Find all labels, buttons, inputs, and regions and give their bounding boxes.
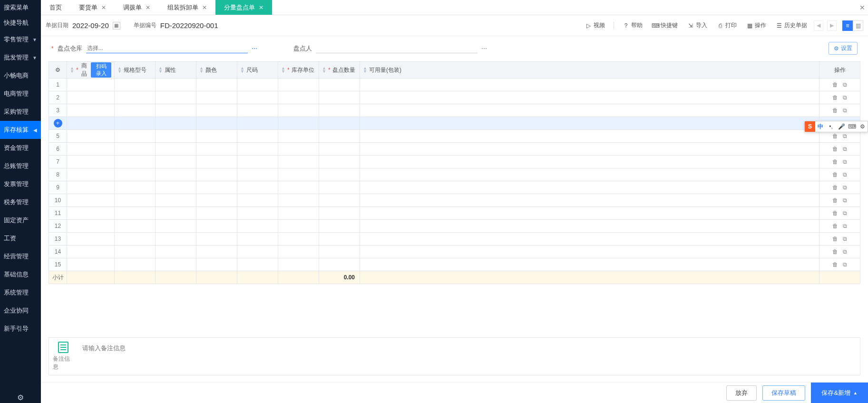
tab-yaohuodan[interactable]: 要货单✕ <box>70 0 115 15</box>
add-row-button[interactable]: + <box>54 119 62 128</box>
next-doc[interactable]: ▶ <box>827 20 837 31</box>
scan-tag[interactable]: 扫码录入 <box>91 62 111 78</box>
save-new-button[interactable]: 保存&新增▲ <box>811 383 868 403</box>
sidebar-basic-info[interactable]: 基础信息 <box>0 265 41 284</box>
sort-icon[interactable]: ▲▼ <box>117 67 122 73</box>
sidebar-fixed-asset[interactable]: 固定资产 <box>0 211 41 229</box>
copy-row-icon[interactable]: ⧉ <box>843 81 847 88</box>
sidebar-business[interactable]: 经营管理 <box>0 247 41 265</box>
import-link[interactable]: ⇲导入 <box>684 21 710 29</box>
discard-button[interactable]: 放弃 <box>726 385 757 401</box>
table-row[interactable]: 6🗑⧉ <box>49 143 860 156</box>
view-grid[interactable]: ▥ <box>853 20 863 31</box>
table-row[interactable]: 7🗑⧉ <box>49 156 860 168</box>
close-icon[interactable]: ✕ <box>259 4 263 11</box>
sidebar-finance[interactable]: 资金管理 <box>0 139 41 157</box>
delete-row-icon[interactable]: 🗑 <box>832 236 838 242</box>
close-icon[interactable]: ✕ <box>101 4 106 11</box>
sidebar-tax[interactable]: 税务管理 <box>0 193 41 211</box>
delete-row-icon[interactable]: 🗑 <box>832 94 838 101</box>
product-cell-input[interactable] <box>67 117 114 129</box>
sidebar-xiaochang[interactable]: 小畅电商 <box>0 67 41 85</box>
table-row[interactable]: 8🗑⧉ <box>49 168 860 181</box>
sort-icon[interactable]: ▲▼ <box>281 67 285 73</box>
copy-row-icon[interactable]: ⧉ <box>843 184 847 191</box>
copy-row-icon[interactable]: ⧉ <box>843 158 847 165</box>
table-row[interactable]: 13🗑⧉ <box>49 233 860 246</box>
tab-zuzhuangchaixie[interactable]: 组装拆卸单✕ <box>159 0 215 15</box>
sidebar-guide[interactable]: 新手引导 <box>0 320 41 338</box>
sidebar-ecommerce[interactable]: 电商管理 <box>0 85 41 103</box>
copy-row-icon[interactable]: ⧉ <box>843 223 847 229</box>
delete-row-icon[interactable]: 🗑 <box>832 223 838 229</box>
copy-row-icon[interactable]: ⧉ <box>843 261 847 268</box>
delete-row-icon[interactable]: 🗑 <box>832 146 838 152</box>
sort-icon[interactable]: ▲▼ <box>240 67 244 73</box>
help-link[interactable]: ?帮助 <box>620 21 645 29</box>
gear-col[interactable]: ⚙ <box>49 62 67 79</box>
sidebar-collab[interactable]: 企业协同 <box>0 302 41 320</box>
history-link[interactable]: ☰历史单据 <box>773 21 810 29</box>
table-row[interactable]: +🗑⧉ <box>49 117 860 130</box>
sidebar-retail[interactable]: 零售管理▼ <box>0 30 41 49</box>
warehouse-picker[interactable]: ⋯ <box>252 45 257 52</box>
table-row[interactable]: 1🗑⧉ <box>49 79 860 91</box>
table-row[interactable]: 10🗑⧉ <box>49 194 860 207</box>
delete-row-icon[interactable]: 🗑 <box>832 184 838 191</box>
prev-doc[interactable]: ◀ <box>814 20 823 31</box>
sort-icon[interactable]: ▲▼ <box>363 67 367 73</box>
delete-row-icon[interactable]: 🗑 <box>832 107 838 114</box>
copy-row-icon[interactable]: ⧉ <box>843 197 847 204</box>
operate-link[interactable]: ▦操作 <box>743 21 769 29</box>
delete-row-icon[interactable]: 🗑 <box>832 261 838 268</box>
copy-row-icon[interactable]: ⧉ <box>843 248 847 255</box>
delete-row-icon[interactable]: 🗑 <box>832 133 838 139</box>
ime-toolbar[interactable]: S 中 •, 🎤 ⌨ ⚙ <box>804 121 868 132</box>
table-row[interactable]: 14🗑⧉ <box>49 246 860 258</box>
ime-mic-icon[interactable]: 🎤 <box>836 121 847 132</box>
person-input[interactable] <box>316 43 478 53</box>
delete-row-icon[interactable]: 🗑 <box>832 210 838 216</box>
video-link[interactable]: ▷视频 <box>582 21 608 29</box>
copy-row-icon[interactable]: ⧉ <box>843 171 847 178</box>
copy-row-icon[interactable]: ⧉ <box>843 146 847 152</box>
print-link[interactable]: ⎙打印 <box>714 21 740 29</box>
person-picker[interactable]: ⋯ <box>481 45 487 52</box>
delete-row-icon[interactable]: 🗑 <box>832 158 838 165</box>
sidebar-salary[interactable]: 工资 <box>0 229 41 247</box>
sidebar-ledger[interactable]: 总账管理 <box>0 157 41 175</box>
close-icon[interactable]: ✕ <box>202 4 207 11</box>
copy-row-icon[interactable]: ⧉ <box>843 94 847 101</box>
calendar-icon[interactable]: ▦ <box>113 22 120 29</box>
table-row[interactable]: 3🗑⧉ <box>49 104 860 117</box>
gear-icon[interactable]: ⚙ <box>0 392 41 403</box>
ime-lang[interactable]: 中 <box>815 121 826 132</box>
sort-icon[interactable]: ▲▼ <box>322 67 326 73</box>
sort-icon[interactable]: ▲▼ <box>158 67 163 73</box>
sort-icon[interactable]: ▲▼ <box>199 67 204 73</box>
sidebar-quick-nav[interactable]: 快捷导航 <box>0 15 41 30</box>
copy-row-icon[interactable]: ⧉ <box>843 133 847 139</box>
sidebar-inventory[interactable]: 库存核算◀ <box>0 121 41 139</box>
table-row[interactable]: 9🗑⧉ <box>49 181 860 194</box>
table-row[interactable]: 12🗑⧉ <box>49 220 860 233</box>
copy-row-icon[interactable]: ⧉ <box>843 236 847 242</box>
delete-row-icon[interactable]: 🗑 <box>832 197 838 204</box>
copy-row-icon[interactable]: ⧉ <box>843 210 847 216</box>
table-row[interactable]: 5🗑⧉ <box>49 130 860 143</box>
sort-icon[interactable]: ▲▼ <box>70 67 74 73</box>
tab-fenliangpandian[interactable]: 分量盘点单✕ <box>215 0 272 15</box>
ime-punct-icon[interactable]: •, <box>826 121 836 132</box>
tab-home[interactable]: 首页 <box>41 0 70 15</box>
remark-input[interactable] <box>78 338 860 358</box>
close-all-tabs[interactable]: ✕ <box>857 0 868 15</box>
table-row[interactable]: 11🗑⧉ <box>49 207 860 220</box>
tab-diaobodan[interactable]: 调拨单✕ <box>115 0 159 15</box>
table-row[interactable]: 15🗑⧉ <box>49 258 860 271</box>
doc-date-value[interactable]: 2022-09-20 <box>72 21 109 29</box>
delete-row-icon[interactable]: 🗑 <box>832 248 838 255</box>
sidebar-purchase[interactable]: 采购管理 <box>0 103 41 121</box>
settings-button[interactable]: ⚙设置 <box>829 42 858 55</box>
ime-keyboard-icon[interactable]: ⌨ <box>847 121 857 132</box>
copy-row-icon[interactable]: ⧉ <box>843 107 847 114</box>
